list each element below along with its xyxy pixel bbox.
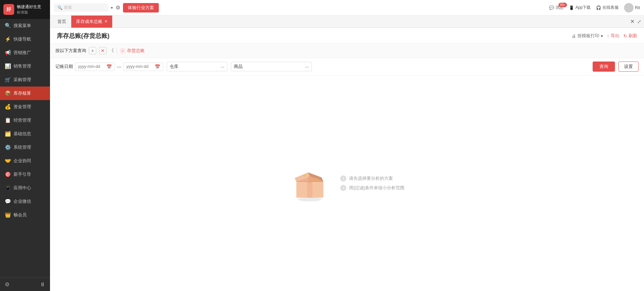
- refresh-btn[interactable]: ↻ 刷新: [623, 33, 637, 39]
- phone-icon: 📱: [569, 5, 574, 10]
- tab-close-icon[interactable]: ✕: [104, 19, 107, 24]
- warehouse-more-icon[interactable]: ···: [221, 64, 224, 69]
- warehouse-select[interactable]: 仓库 ···: [167, 62, 227, 71]
- app-download-label: App下载: [575, 5, 591, 10]
- cooperation-label: 企业协同: [14, 158, 31, 164]
- sidebar-item-basic-info[interactable]: 🗂️ 基础信息: [0, 127, 50, 141]
- svg-text:✦: ✦: [316, 177, 319, 180]
- logo-text: 畅捷通好生意 标准版: [17, 4, 41, 15]
- message-icon: 💬: [549, 5, 554, 10]
- sidebar-item-sales[interactable]: 📊 销售管理: [0, 59, 50, 73]
- tip-text-1: 请先选择要分析的方案: [349, 175, 393, 181]
- tip-num-2: 2: [340, 185, 346, 191]
- tab-inventory-cost[interactable]: 库存成本总账 ✕: [71, 16, 113, 28]
- close-all-tabs-icon[interactable]: ✕: [627, 18, 637, 25]
- export-btn[interactable]: ↑ 导出: [607, 33, 620, 39]
- sidebar-scroll: 🔍 搜索菜单 ⚡ 快捷导航 📢 营销推广 📊 销售管理 🛒 采购管理 📦 库存核…: [0, 19, 50, 277]
- filter-collapse-btn[interactable]: 《: [109, 48, 114, 54]
- filter-clear-btn[interactable]: ✕: [99, 47, 106, 54]
- app-center-label: 应用中心: [14, 185, 31, 191]
- beginner-icon: 🎯: [5, 171, 11, 177]
- tab-home-label: 首页: [57, 19, 66, 25]
- industry-btn[interactable]: 体验行业方案: [123, 3, 159, 13]
- sidebar-item-system[interactable]: ⚙️ 系统管理: [0, 141, 50, 154]
- date-field: 记账日期 📅 — 📅: [55, 63, 163, 71]
- page-title: 库存总账(存货总账): [57, 32, 109, 40]
- tabbar: 首页 库存成本总账 ✕ ✕ ⤢: [50, 16, 644, 28]
- finance-label: 资金管理: [14, 104, 31, 110]
- filter-bar: 按以下方案查询 + ✕ 《 ○ 存货总账: [50, 44, 644, 58]
- inventory-icon: 📦: [5, 90, 11, 96]
- scheme-item-inventory[interactable]: ○ 存货总账: [120, 48, 145, 54]
- refresh-label: 刷新: [628, 33, 637, 39]
- sidebar-item-wechat[interactable]: 💬 企业微信: [0, 195, 50, 208]
- headset-icon: 🎧: [596, 5, 601, 10]
- resize-icon[interactable]: ⤢: [637, 19, 641, 24]
- marketing-icon: 📢: [5, 50, 11, 56]
- query-btn[interactable]: 查询: [593, 62, 615, 72]
- sidebar-item-member[interactable]: 👑 畅会员: [0, 208, 50, 222]
- sidebar-item-finance[interactable]: 💰 资金管理: [0, 100, 50, 114]
- search-placeholder: 搜索: [64, 5, 72, 10]
- search-icon: 🔍: [5, 23, 11, 29]
- topbar-search[interactable]: 🔍 搜索: [54, 3, 108, 12]
- topbar: 🔍 搜索 ▾ ⚙ 体验行业方案 💬 消息 99+ 📱 App下载 🎧 在线客服: [50, 0, 644, 16]
- empty-tips: 1 请先选择要分析的方案 2 用[过滤]条件来缩小分析范围: [340, 175, 404, 191]
- date-start-input[interactable]: 📅: [75, 63, 115, 71]
- sidebar-item-beginner[interactable]: 🎯 新手引导: [0, 168, 50, 181]
- topbar-dropdown[interactable]: ▾: [111, 5, 113, 10]
- operations-label: 经营管理: [14, 117, 31, 123]
- svg-text:✦: ✦: [302, 173, 306, 178]
- calendar-end-icon[interactable]: 📅: [155, 64, 160, 69]
- sidebar-item-purchase[interactable]: 🛒 采购管理: [0, 73, 50, 87]
- sidebar-item-search[interactable]: 🔍 搜索菜单: [0, 19, 50, 32]
- date-end-field[interactable]: [126, 64, 153, 69]
- print-icon: 🖨: [572, 33, 576, 39]
- topbar-gear-icon[interactable]: ⚙: [116, 4, 120, 11]
- content: 库存总账(存货总账) 🖨 按模板打印 ▾ ↑ 导出 ↻ 刷新 按以下方案查询: [50, 28, 644, 291]
- sidebar-item-quick-nav[interactable]: ⚡ 快捷导航: [0, 32, 50, 46]
- purchase-icon: 🛒: [5, 77, 11, 83]
- filter-add-btn[interactable]: +: [89, 47, 96, 54]
- message-btn[interactable]: 💬 消息 99+: [549, 5, 564, 10]
- speaker-icon[interactable]: ⏸: [40, 282, 45, 288]
- filter-label: 按以下方案查询: [55, 48, 86, 54]
- sidebar-item-inventory[interactable]: 📦 库存核算: [0, 87, 50, 100]
- setting-btn[interactable]: 设置: [618, 62, 639, 72]
- sidebar: 好 畅捷通好生意 标准版 🔍 搜索菜单 ⚡ 快捷导航 📢 营销推广 📊 销售管理…: [0, 0, 50, 291]
- date-separator: —: [117, 64, 121, 69]
- goods-select[interactable]: 商品 ···: [231, 62, 312, 71]
- logo-sub: 标准版: [17, 10, 41, 15]
- date-end-input[interactable]: 📅: [123, 63, 163, 71]
- member-icon: 👑: [5, 212, 11, 218]
- basic-info-label: 基础信息: [14, 131, 31, 137]
- date-start-field[interactable]: [78, 64, 105, 69]
- sidebar-item-marketing[interactable]: 📢 营销推广: [0, 46, 50, 59]
- print-btn[interactable]: 🖨 按模板打印 ▾: [572, 33, 603, 39]
- tab-inventory-cost-label: 库存成本总账: [76, 19, 102, 25]
- sidebar-item-cooperation[interactable]: 🤝 企业协同: [0, 154, 50, 168]
- svg-point-0: [298, 197, 322, 201]
- sidebar-item-app-center[interactable]: 📱 应用中心: [0, 181, 50, 195]
- purchase-label: 采购管理: [14, 77, 31, 83]
- finance-icon: 💰: [5, 104, 11, 110]
- goods-more-icon[interactable]: ···: [305, 64, 309, 69]
- empty-tip-1: 1 请先选择要分析的方案: [340, 175, 404, 181]
- date-label: 记账日期: [55, 64, 73, 70]
- search-icon: 🔍: [57, 5, 63, 10]
- user-avatar[interactable]: Rit: [624, 3, 640, 13]
- calendar-start-icon[interactable]: 📅: [106, 64, 112, 69]
- sidebar-logo: 好 畅捷通好生意 标准版: [0, 0, 50, 19]
- warehouse-label: 仓库: [170, 64, 178, 70]
- tab-home[interactable]: 首页: [53, 16, 71, 28]
- sales-icon: 📊: [5, 63, 11, 69]
- sidebar-item-operations[interactable]: 📋 经营管理: [0, 114, 50, 127]
- app-download-btn[interactable]: 📱 App下载: [569, 5, 591, 10]
- search-label: 搜索菜单: [14, 23, 31, 29]
- empty-state: ✦ ✦ 1 请先选择要分析的方案 2 用[过滤]条件来缩小分析范围: [50, 75, 644, 291]
- wechat-icon: 💬: [5, 198, 11, 204]
- username: Rit: [635, 5, 640, 10]
- settings-icon[interactable]: ⚙: [5, 281, 9, 288]
- export-label: 导出: [611, 33, 619, 39]
- online-service-btn[interactable]: 🎧 在线客服: [596, 5, 619, 10]
